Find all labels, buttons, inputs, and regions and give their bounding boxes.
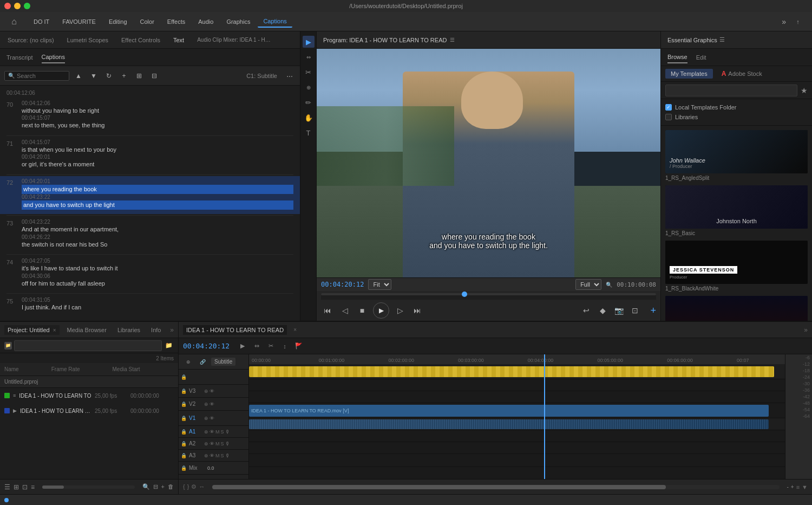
step-back-button[interactable]: ⏮ — [321, 304, 334, 317]
v2-eye-icon[interactable]: 👁 — [209, 402, 214, 407]
source-tab-audiomixer[interactable]: Audio Clip Mixer: IDEA 1 - HOW TO LEARN … — [194, 35, 275, 45]
subtitle-lock-icon[interactable]: 🔒 — [181, 374, 187, 380]
v3-sync-icon[interactable]: ⊕ — [204, 389, 208, 394]
tl-zoom-in[interactable]: + — [791, 484, 794, 490]
home-button[interactable]: ⌂ — [6, 14, 22, 29]
tool-razor[interactable]: ✂ — [303, 66, 315, 78]
v1-lock-icon[interactable]: 🔒 — [181, 416, 187, 421]
tl-tool-select[interactable]: ▶ — [237, 341, 248, 352]
a2-sync-icon[interactable]: ⊕ — [204, 441, 208, 446]
a2-m-btn[interactable]: M — [215, 441, 220, 446]
eg-tab-browse[interactable]: Browse — [667, 51, 687, 63]
tool-text[interactable]: T — [303, 127, 315, 139]
v2-sync-icon[interactable]: ⊕ — [204, 402, 208, 407]
search-box[interactable]: 🔍 — [4, 71, 69, 81]
playhead-head[interactable] — [462, 292, 467, 297]
v1-clip[interactable]: IDEA 1 - HOW TO LEARN TO READ.mov [V] — [249, 405, 769, 417]
a3-sync-icon[interactable]: ⊕ — [204, 453, 208, 458]
source-tab-noclips[interactable]: Source: (no clips) — [4, 35, 57, 46]
tl-add-track[interactable]: ▼ — [802, 484, 808, 490]
program-menu-icon[interactable]: ☰ — [450, 37, 455, 43]
source-tab-lumetri[interactable]: Lumetri Scopes — [64, 35, 112, 46]
menu-item-captions[interactable]: Captions — [258, 16, 292, 28]
menu-item-favourite[interactable]: FAVOURITE — [57, 16, 101, 27]
close-button[interactable] — [4, 3, 11, 9]
tl-mark-out[interactable]: } — [187, 483, 189, 490]
v1-eye-icon[interactable]: 👁 — [209, 416, 214, 421]
tab-transcript[interactable]: Transcript — [6, 52, 33, 63]
caption-item-74[interactable]: 74 00:04:27:05 it's like I have to stand… — [0, 256, 300, 292]
list-view-button[interactable]: ☰ — [4, 483, 10, 491]
a1-m-btn[interactable]: M — [215, 429, 220, 435]
caption-item-70[interactable]: 70 00:04:12:06 without you having to be … — [0, 98, 300, 134]
minimize-button[interactable] — [14, 3, 21, 9]
menu-item-color[interactable]: Color — [135, 16, 160, 27]
loop-button[interactable]: ↩ — [580, 304, 593, 317]
timeline-scrollbar[interactable] — [212, 485, 779, 489]
v1-sync-icon[interactable]: ⊕ — [204, 416, 208, 421]
tl-tool-razor[interactable]: ✂ — [265, 341, 276, 352]
maximize-button[interactable] — [24, 3, 30, 9]
v3-lock-icon[interactable]: 🔒 — [181, 389, 187, 394]
add-to-timeline-button[interactable]: + — [650, 305, 656, 316]
subtitle-track[interactable] — [249, 364, 785, 379]
a3-lock-icon[interactable]: 🔒 — [181, 453, 187, 458]
a1-lock-icon[interactable]: 🔒 — [181, 429, 187, 435]
menu-item-editing[interactable]: Editing — [103, 16, 133, 27]
template-item-colorbox[interactable]: Joshua Robinson 1_RS_Colorbox — [665, 296, 808, 321]
local-templates-checkbox[interactable] — [665, 104, 672, 111]
export-button[interactable]: ↑ — [790, 14, 806, 29]
v3-eye-icon[interactable]: 👁 — [209, 389, 214, 394]
metadata-button[interactable]: ≡ — [31, 483, 35, 491]
marker-button[interactable]: ◆ — [596, 304, 609, 317]
caption-item-72[interactable]: 72 00:04:20:01 where you reading the boo… — [0, 176, 300, 215]
source-tab-text[interactable]: Text — [170, 35, 187, 46]
a2-eye-icon[interactable]: 👁 — [209, 441, 214, 446]
tl-link-button[interactable]: 🔗 — [197, 357, 208, 367]
a3-eye-icon[interactable]: 👁 — [209, 453, 214, 458]
timeline-expand-button[interactable]: » — [804, 326, 808, 334]
playhead-bar[interactable] — [321, 293, 656, 300]
search-up-button[interactable]: ▲ — [73, 70, 84, 82]
mix-track[interactable] — [249, 454, 785, 467]
libraries-option[interactable]: Libraries — [665, 112, 808, 122]
a3-m-btn[interactable]: M — [215, 453, 220, 458]
search-footer-button[interactable]: 🔍 — [142, 483, 150, 490]
a1-clip[interactable] — [249, 419, 769, 429]
tl-tool-ripple[interactable]: ⇔ — [251, 341, 262, 352]
tool-select[interactable]: ▶ — [303, 36, 315, 48]
template-item-baw[interactable]: JESSICA STEVENSON Producer 1_RS_BlackAnd… — [665, 241, 808, 292]
a1-sync-icon[interactable]: ⊕ — [204, 429, 208, 435]
subtitle-track-btn[interactable]: Subtitle — [211, 358, 235, 366]
favorites-button[interactable]: ★ — [801, 86, 808, 95]
new-item-button[interactable]: + — [161, 483, 165, 490]
caption-item-71[interactable]: 71 00:04:15:07 is that when you lie next… — [0, 137, 300, 173]
source-tab-effects[interactable]: Effect Controls — [118, 35, 163, 46]
caption-split-button[interactable]: ⊟ — [148, 70, 160, 82]
caption-item-top[interactable]: 00:04:12:06 — [0, 88, 300, 98]
a3-track[interactable] — [249, 442, 785, 454]
project-tab-media[interactable]: Media Browser — [64, 325, 110, 335]
mix-lock-icon[interactable]: 🔒 — [181, 465, 187, 471]
project-panel-expand[interactable]: » — [170, 326, 174, 334]
menu-item-effects[interactable]: Effects — [162, 16, 191, 27]
template-item-angled[interactable]: John Wallace / Producer 1_RS_AngledSplit — [665, 130, 808, 181]
refresh-button[interactable]: ↻ — [103, 70, 115, 82]
tab-captions[interactable]: Captions — [42, 51, 65, 63]
project-tab-close[interactable]: × — [53, 327, 56, 333]
step-fwd-button[interactable]: ⏭ — [411, 304, 424, 317]
project-scrollbar[interactable] — [42, 485, 135, 489]
delete-item-button[interactable]: 🗑 — [168, 483, 174, 490]
project-search-input[interactable] — [14, 340, 162, 351]
caption-item-75[interactable]: 75 00:04:31:05 I just think. And if I ca… — [0, 295, 300, 316]
tool-slip[interactable]: ⊕ — [303, 81, 315, 93]
tl-mark-in[interactable]: { — [183, 483, 185, 490]
menu-more-button[interactable]: » — [782, 17, 786, 26]
timeline-tab-close[interactable]: × — [293, 327, 297, 333]
new-folder-button[interactable]: 📁 — [164, 341, 174, 351]
a1-eye-icon[interactable]: 👁 — [209, 429, 214, 435]
icon-view-button[interactable]: ⊞ — [14, 483, 19, 491]
tool-ripple[interactable]: ⇔ — [303, 51, 315, 63]
caption-align-button[interactable]: ⊞ — [133, 70, 145, 82]
tl-settings2[interactable]: ≡ — [796, 484, 800, 490]
